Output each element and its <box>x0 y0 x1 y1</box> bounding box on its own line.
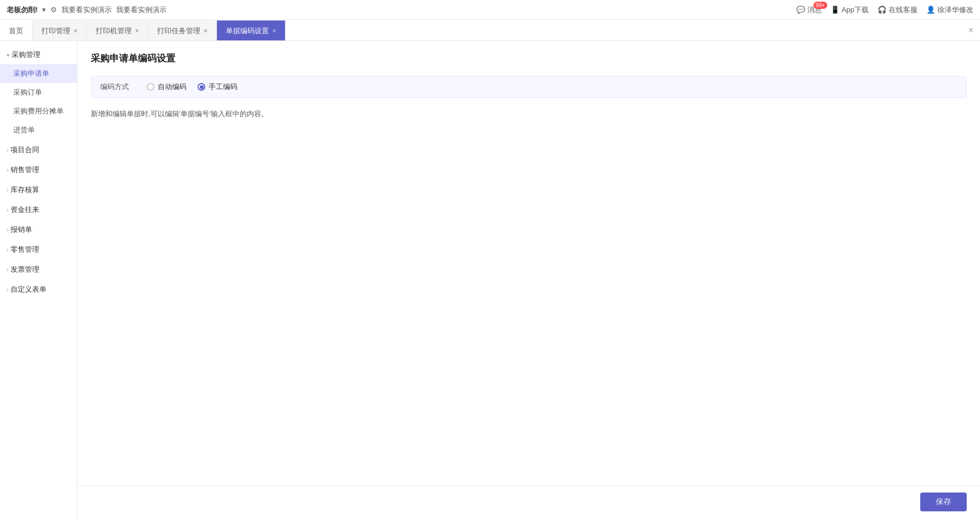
sidebar-group-retail: › 零售管理 <box>0 240 77 259</box>
sidebar-group-retail-label: 零售管理 <box>11 245 39 255</box>
service-icon: 🎧 <box>878 6 886 14</box>
brand-label: 老板勿削! <box>7 5 38 15</box>
sidebar-group-project-title[interactable]: › 项目合同 <box>0 141 77 159</box>
tab-bar-close-button[interactable]: × <box>968 20 980 40</box>
sidebar-item-inbound-label: 进货单 <box>13 126 35 134</box>
tab-print-task-label: 打印任务管理 <box>157 26 200 36</box>
sidebar-item-purchase-order-label: 采购订单 <box>13 88 42 96</box>
arrow-icon-sales: › <box>7 167 8 173</box>
sidebar-group-inventory-label: 库存核算 <box>11 185 39 195</box>
sidebar-group-returns-title[interactable]: › 报销单 <box>0 220 77 239</box>
arrow-icon-inventory: › <box>7 187 8 193</box>
settings-icon[interactable]: ⚙ <box>50 6 57 14</box>
radio-auto-circle <box>147 83 154 91</box>
sidebar-group-custom-label: 自定义表单 <box>11 284 46 294</box>
tab-printer-mgmt[interactable]: 打印机管理 × <box>87 20 148 40</box>
sidebar-item-purchase-expense-label: 采购费用分摊单 <box>13 107 64 115</box>
sidebar: ▾ 采购管理 采购申请单 采购订单 采购费用分摊单 进货单 › <box>0 41 77 518</box>
tab-home-label: 首页 <box>9 26 23 36</box>
arrow-icon-custom: › <box>7 287 8 293</box>
encoding-row: 编码方式 自动编码 手工编码 <box>91 76 967 98</box>
sidebar-group-inventory-title[interactable]: › 库存核算 <box>0 180 77 199</box>
tab-single-code-label: 单据编码设置 <box>226 26 269 36</box>
main-layout: ▾ 采购管理 采购申请单 采购订单 采购费用分摊单 进货单 › <box>0 41 980 518</box>
sidebar-group-returns: › 报销单 <box>0 220 77 239</box>
arrow-icon-project: › <box>7 147 8 153</box>
top-bar-right: 💬 消息 99+ 📱 App下载 🎧 在线客服 👤 徐泽华修改 <box>796 5 973 15</box>
tab-printer-mgmt-label: 打印机管理 <box>96 26 132 36</box>
sidebar-group-inventory: › 库存核算 <box>0 180 77 199</box>
page-title: 采购申请单编码设置 <box>91 52 967 65</box>
radio-group: 自动编码 手工编码 <box>147 82 237 92</box>
app-label: App下载 <box>842 5 869 15</box>
sidebar-item-purchase-request-label: 采购申请单 <box>13 69 49 77</box>
user-icon: 👤 <box>926 6 935 14</box>
app-download-item[interactable]: 📱 App下载 <box>831 5 869 15</box>
chat-icon: 💬 <box>796 6 805 14</box>
sidebar-group-invoice-label: 发票管理 <box>11 265 39 274</box>
sidebar-group-finance-title[interactable]: › 资金往来 <box>0 200 77 219</box>
tab-bar: 首页 打印管理 × 打印机管理 × 打印任务管理 × 单据编码设置 × × <box>0 20 980 41</box>
sidebar-group-purchase-label: 采购管理 <box>12 50 40 60</box>
arrow-icon-purchase: ▾ <box>7 52 9 58</box>
tab-print-task-close[interactable]: × <box>204 28 208 34</box>
service-label: 在线客服 <box>889 5 917 15</box>
sidebar-item-purchase-request[interactable]: 采购申请单 <box>0 64 77 83</box>
tab-print-mgmt-label: 打印管理 <box>42 26 70 36</box>
user-item[interactable]: 👤 徐泽华修改 <box>926 5 973 15</box>
message-badge: 99+ <box>813 2 827 9</box>
online-service-item[interactable]: 🎧 在线客服 <box>878 5 917 15</box>
tab-print-mgmt[interactable]: 打印管理 × <box>33 20 87 40</box>
top-bar-left: 老板勿削! ▾ ⚙ 我要看实例演示 我要看实例演示 <box>7 5 167 15</box>
arrow-icon-retail: › <box>7 247 8 253</box>
sidebar-group-custom: › 自定义表单 <box>0 280 77 299</box>
tab-print-task[interactable]: 打印任务管理 × <box>148 20 217 40</box>
tab-printer-mgmt-close[interactable]: × <box>135 28 139 34</box>
demo-link[interactable]: 我要看实例演示 <box>61 5 112 15</box>
arrow-icon-returns: › <box>7 227 8 233</box>
tab-home[interactable]: 首页 <box>0 20 33 40</box>
manual-code-label: 手工编码 <box>209 82 237 92</box>
radio-manual-circle <box>198 83 205 91</box>
sidebar-group-custom-title[interactable]: › 自定义表单 <box>0 280 77 299</box>
content-area: 采购申请单编码设置 编码方式 自动编码 手工编码 新增和编辑单据时,可以编辑'单… <box>77 41 980 518</box>
tab-print-mgmt-close[interactable]: × <box>74 28 77 34</box>
content-inner: 采购申请单编码设置 编码方式 自动编码 手工编码 新增和编辑单据时,可以编辑'单… <box>77 41 980 485</box>
sidebar-group-project-label: 项目合同 <box>11 145 39 155</box>
sidebar-group-retail-title[interactable]: › 零售管理 <box>0 240 77 259</box>
sidebar-group-project: › 项目合同 <box>0 141 77 159</box>
top-bar: 老板勿削! ▾ ⚙ 我要看实例演示 我要看实例演示 💬 消息 99+ 📱 App… <box>0 0 980 20</box>
tab-single-code-close[interactable]: × <box>272 28 276 34</box>
message-item[interactable]: 💬 消息 99+ <box>796 5 822 15</box>
sidebar-group-finance-label: 资金往来 <box>11 205 39 215</box>
sidebar-group-invoice-title[interactable]: › 发票管理 <box>0 260 77 279</box>
tab-single-code[interactable]: 单据编码设置 × <box>217 20 286 40</box>
arrow-icon-finance: › <box>7 207 8 213</box>
bottom-bar: 保存 <box>77 485 980 518</box>
auto-code-label: 自动编码 <box>158 82 186 92</box>
user-label: 徐泽华修改 <box>937 5 973 15</box>
sidebar-group-sales-title[interactable]: › 销售管理 <box>0 160 77 179</box>
save-button[interactable]: 保存 <box>920 493 967 511</box>
hint-text: 新增和编辑单据时,可以编辑'单据编号'输入框中的内容。 <box>91 107 967 121</box>
radio-manual-code[interactable]: 手工编码 <box>198 82 237 92</box>
sidebar-item-purchase-expense[interactable]: 采购费用分摊单 <box>0 102 77 121</box>
sidebar-children-purchase: 采购申请单 采购订单 采购费用分摊单 进货单 <box>0 64 77 139</box>
radio-auto-code[interactable]: 自动编码 <box>147 82 186 92</box>
sidebar-item-purchase-order[interactable]: 采购订单 <box>0 83 77 102</box>
sidebar-group-sales-label: 销售管理 <box>11 165 39 175</box>
app-icon: 📱 <box>831 6 839 14</box>
sidebar-group-purchase: ▾ 采购管理 采购申请单 采购订单 采购费用分摊单 进货单 <box>0 45 77 139</box>
sidebar-group-purchase-title[interactable]: ▾ 采购管理 <box>0 45 77 64</box>
dropdown-icon[interactable]: ▾ <box>42 6 46 14</box>
sidebar-group-invoice: › 发票管理 <box>0 260 77 279</box>
arrow-icon-invoice: › <box>7 267 8 273</box>
encoding-label: 编码方式 <box>100 82 133 92</box>
sidebar-item-inbound[interactable]: 进货单 <box>0 121 77 139</box>
sidebar-group-finance: › 资金往来 <box>0 200 77 219</box>
demo-text[interactable]: 我要看实例演示 <box>116 5 167 15</box>
sidebar-group-returns-label: 报销单 <box>11 225 32 235</box>
sidebar-group-sales: › 销售管理 <box>0 160 77 179</box>
